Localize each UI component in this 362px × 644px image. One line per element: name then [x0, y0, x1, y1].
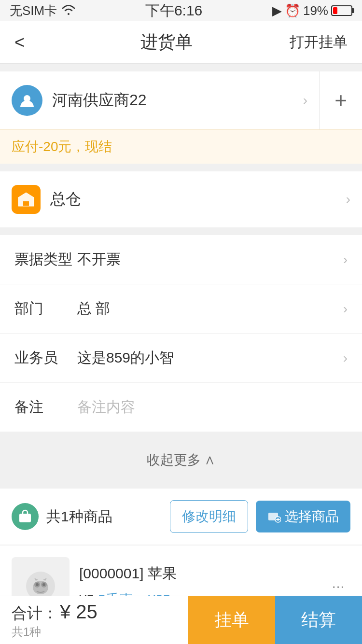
supplier-avatar [12, 85, 42, 116]
footer: 合计： ¥ 25 共1种 挂单 结算 [0, 596, 362, 644]
svg-rect-1 [23, 201, 29, 206]
salesperson-row[interactable]: 业务员 这是859的小智 › [0, 334, 362, 383]
remark-row[interactable]: 备注 备注内容 [0, 383, 362, 432]
supplier-chevron-icon: › [303, 93, 307, 108]
edit-detail-button[interactable]: 修改明细 [170, 500, 248, 533]
warehouse-selector[interactable]: 总仓 › [0, 171, 362, 227]
department-chevron-icon: › [343, 301, 348, 317]
svg-rect-2 [19, 514, 31, 522]
warehouse-name: 总仓 [50, 189, 346, 210]
open-pending-button[interactable]: 打开挂单 [290, 32, 348, 52]
department-label: 部门 [14, 299, 77, 319]
svg-point-9 [36, 583, 39, 586]
footer-total: 合计： ¥ 25 共1种 [0, 596, 188, 644]
form-section: 票据类型 不开票 › 部门 总 部 › 业务员 这是859的小智 › 备注 备注… [0, 235, 362, 432]
product-name: [0000001] 苹果 [79, 564, 316, 584]
back-button[interactable]: < [14, 32, 43, 53]
carrier-label: 无SIM卡 [10, 2, 57, 19]
supplier-selector[interactable]: 河南供应商22 › [0, 71, 320, 129]
time-display: 下午6:16 [145, 1, 202, 21]
add-supplier-button[interactable]: + [320, 71, 362, 129]
products-count-label: 共1种商品 [46, 507, 162, 527]
department-row[interactable]: 部门 总 部 › [0, 284, 362, 334]
warehouse-icon [12, 185, 41, 214]
alarm-icon: ⏰ [285, 3, 300, 18]
collapse-button[interactable]: 收起更多 ∧ [0, 439, 362, 481]
select-product-button[interactable]: 选择商品 [256, 501, 350, 532]
invoice-type-row[interactable]: 票据类型 不开票 › [0, 235, 362, 284]
remark-input[interactable]: 备注内容 [77, 397, 348, 417]
products-bag-icon [12, 503, 39, 530]
salesperson-chevron-icon: › [343, 350, 348, 366]
status-right: ▶ ⏰ 19% [272, 3, 352, 18]
nav-bar: < 进货单 打开挂单 [0, 21, 362, 64]
status-bar: 无SIM卡 下午6:16 ▶ ⏰ 19% [0, 0, 362, 21]
invoice-type-value: 不开票 [77, 250, 343, 269]
invoice-chevron-icon: › [343, 252, 348, 267]
supplier-info-banner: 应付-20元，现结 [0, 129, 362, 164]
battery-icon [331, 5, 352, 16]
total-amount: ¥ 25 [60, 601, 97, 623]
salesperson-value: 这是859的小智 [77, 348, 343, 368]
supplier-name: 河南供应商22 [52, 90, 303, 111]
wifi-icon [62, 3, 75, 18]
page-title: 进货单 [140, 30, 193, 54]
select-product-label: 选择商品 [285, 507, 339, 526]
battery-percent: 19% [303, 3, 328, 18]
main-content: 河南供应商22 › + 应付-20元，现结 总仓 › 票据类型 不开票 › 部门… [0, 71, 362, 644]
total-label: 合计： [12, 603, 58, 624]
products-header: 共1种商品 修改明细 选择商品 [0, 489, 362, 545]
supplier-section: 河南供应商22 › + [0, 71, 362, 129]
department-value: 总 部 [77, 299, 343, 319]
location-icon: ▶ [272, 3, 282, 18]
total-count: 共1种 [12, 624, 177, 640]
remark-label: 备注 [14, 397, 77, 417]
settle-button[interactable]: 结算 [275, 596, 362, 644]
pending-button[interactable]: 挂单 [188, 596, 275, 644]
invoice-type-label: 票据类型 [14, 250, 77, 269]
product-more-button[interactable]: ··· [326, 574, 350, 599]
warehouse-chevron-icon: › [346, 192, 350, 207]
svg-point-10 [42, 583, 45, 586]
status-left: 无SIM卡 [10, 2, 75, 19]
salesperson-label: 业务员 [14, 348, 77, 368]
